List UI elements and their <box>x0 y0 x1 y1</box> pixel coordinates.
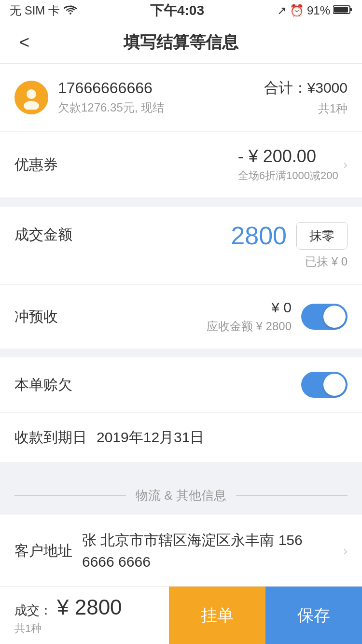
total-value: ¥3000 <box>307 80 348 96</box>
wifi-icon <box>64 4 77 17</box>
coupon-right: - ¥ 200.00 全场6折满1000减200 › <box>238 146 348 183</box>
nav-bar: < 填写结算等信息 <box>0 21 362 64</box>
wiped-text: 已抹 ¥ 0 <box>305 254 348 269</box>
debt-label: 本单赊欠 <box>14 375 72 395</box>
logistics-title: 物流 & 其他信息 <box>136 487 226 504</box>
address-chevron-icon: › <box>343 543 348 559</box>
transaction-label: 成交金额 <box>14 221 72 245</box>
sim-status: 无 SIM 卡 <box>10 3 60 18</box>
status-right: ↗ ⏰ 91% <box>277 4 352 17</box>
svg-point-4 <box>24 101 39 110</box>
logistics-line-left <box>14 495 126 496</box>
customer-info: 17666666666 欠款1276.35元, 现结 <box>58 79 164 115</box>
due-date-value: 2019年12月31日 <box>97 428 204 448</box>
divider-3 <box>0 462 362 470</box>
transaction-amount-row: 2800 抹零 <box>231 221 348 250</box>
status-time: 下午4:03 <box>150 1 204 20</box>
bottom-deal-row: 成交： ¥ 2800 <box>14 595 154 619</box>
toggle-knob <box>323 306 346 328</box>
content: 17666666666 欠款1276.35元, 现结 合计：¥3000 共1种 … <box>0 64 362 644</box>
hang-button[interactable]: 挂单 <box>169 587 265 644</box>
logistics-section-header: 物流 & 其他信息 <box>0 477 362 514</box>
transaction-row: 成交金额 2800 抹零 已抹 ¥ 0 <box>0 207 362 284</box>
customer-card: 17666666666 欠款1276.35元, 现结 合计：¥3000 共1种 <box>0 64 362 131</box>
customer-left: 17666666666 欠款1276.35元, 现结 <box>14 79 164 115</box>
bottom-deal-label: 成交： <box>14 602 52 619</box>
coupon-detail: 全场6折满1000减200 <box>238 168 338 183</box>
debt-toggle[interactable] <box>301 372 348 398</box>
total-label: 合计： <box>264 80 307 96</box>
bottom-bar: 成交： ¥ 2800 共1种 挂单 保存 <box>0 586 362 644</box>
precollect-label: 冲预收 <box>14 307 58 327</box>
due-date-label: 收款到期日 <box>14 428 87 448</box>
transaction-amount: 2800 <box>231 221 287 250</box>
status-left: 无 SIM 卡 <box>10 3 77 18</box>
debt-row: 本单赊欠 <box>0 357 362 412</box>
precollect-receivable: 应收金额 ¥ 2800 <box>207 319 292 334</box>
round-button[interactable]: 抹零 <box>296 222 348 250</box>
customer-right: 合计：¥3000 共1种 <box>264 78 348 116</box>
svg-rect-1 <box>350 8 352 11</box>
coupon-info: - ¥ 200.00 全场6折满1000减200 <box>238 146 338 183</box>
divider-1 <box>0 199 362 207</box>
bottom-deal-amount: ¥ 2800 <box>57 595 122 619</box>
customer-phone: 17666666666 <box>58 79 164 97</box>
total-count: 共1种 <box>264 101 348 116</box>
precollect-values: ¥ 0 应收金额 ¥ 2800 <box>207 299 292 334</box>
coupon-label: 优惠券 <box>14 155 58 175</box>
total-amount: 合计：¥3000 <box>264 78 348 98</box>
address-value: 张 北京市市辖区海淀区永丰南 156 6666 6666 <box>82 529 334 573</box>
due-date-row: 收款到期日 2019年12月31日 <box>0 413 362 462</box>
location-icon: ↗ <box>277 4 287 17</box>
back-button[interactable]: < <box>14 28 34 57</box>
status-bar: 无 SIM 卡 下午4:03 ↗ ⏰ 91% <box>0 0 362 21</box>
transaction-right: 2800 抹零 已抹 ¥ 0 <box>231 221 348 269</box>
page-title: 填写结算等信息 <box>124 31 238 54</box>
coupon-section: 优惠券 - ¥ 200.00 全场6折满1000减200 › <box>0 132 362 198</box>
battery-icon <box>333 4 352 17</box>
svg-point-3 <box>27 89 36 99</box>
avatar <box>14 81 48 114</box>
svg-rect-2 <box>334 7 348 13</box>
precollect-zero: ¥ 0 <box>207 299 292 316</box>
coupon-row[interactable]: 优惠券 - ¥ 200.00 全场6折满1000减200 › <box>0 132 362 198</box>
debt-toggle-knob <box>323 374 346 396</box>
precollect-row: 冲预收 ¥ 0 应收金额 ¥ 2800 <box>0 285 362 349</box>
save-button[interactable]: 保存 <box>265 587 362 644</box>
logistics-line-right <box>236 495 348 496</box>
address-label: 客户地址 <box>14 541 72 561</box>
address-row[interactable]: 客户地址 张 北京市市辖区海淀区永丰南 156 6666 6666 › <box>0 515 362 587</box>
battery-percent: 91% <box>307 4 330 17</box>
coupon-chevron-icon: › <box>343 157 348 172</box>
divider-2 <box>0 350 362 357</box>
precollect-toggle[interactable] <box>301 304 348 330</box>
customer-debt: 欠款1276.35元, 现结 <box>58 100 164 115</box>
precollect-right: ¥ 0 应收金额 ¥ 2800 <box>207 299 348 334</box>
bottom-deal-count: 共1种 <box>14 621 154 636</box>
bottom-summary: 成交： ¥ 2800 共1种 <box>0 595 169 636</box>
alarm-icon: ⏰ <box>290 4 304 17</box>
coupon-amount: - ¥ 200.00 <box>238 146 338 167</box>
